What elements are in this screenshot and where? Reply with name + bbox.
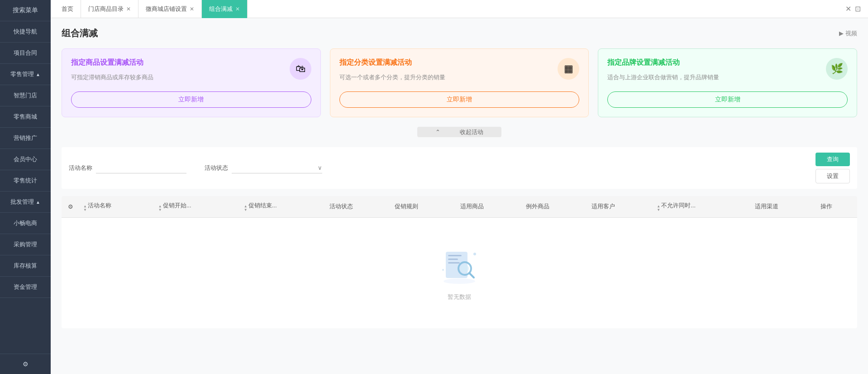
col-actions: 操作 xyxy=(817,196,857,218)
sidebar-item-purchase-mgmt[interactable]: 采购管理 xyxy=(0,234,51,255)
card-desc: 可指定滞销商品或库存较多商品 xyxy=(71,73,311,82)
card-desc: 适合与上游企业联合做营销，提升品牌销量 xyxy=(607,73,848,82)
tab-store-catalog[interactable]: 门店商品目录 ✕ xyxy=(81,0,138,18)
goods-card: 指定商品设置满减活动可指定滞销商品或库存较多商品🛍立即新增 xyxy=(62,48,321,117)
filter-status-label: 活动状态 xyxy=(205,164,228,172)
sidebar-item-project-contract[interactable]: 项目合同 xyxy=(0,43,51,64)
card-add-button[interactable]: 立即新增 xyxy=(71,91,311,108)
col-applicable_goods: 适用商品 xyxy=(457,196,522,218)
sidebar-item-inventory[interactable]: 库存核算 xyxy=(0,255,51,277)
tab-close-icon[interactable]: ✕ xyxy=(126,6,131,12)
tab-home[interactable]: 首页 xyxy=(54,0,81,18)
col-label: 促销开始... xyxy=(163,202,191,209)
sort-icon: ▲▼ xyxy=(83,205,87,212)
window-controls: ✕ ⊡ xyxy=(845,5,864,13)
filter-name-label: 活动名称 xyxy=(69,164,92,172)
sort-icon: ▲▼ xyxy=(244,205,248,212)
tab-label: 首页 xyxy=(62,5,73,13)
sort-icon: ▲▼ xyxy=(657,205,660,212)
col-not_concurrent[interactable]: ▲▼不允许同时... xyxy=(653,196,751,218)
filter-status-select[interactable]: ∨ xyxy=(232,163,322,173)
svg-point-8 xyxy=(473,253,476,255)
data-table: ⚙▲▼活动名称▲▼促销开始...▲▼促销结束...活动状态促销规则适用商品例外商… xyxy=(62,196,857,218)
sidebar-item-xiaochange[interactable]: 小畅电商 xyxy=(0,213,51,234)
sidebar-item-quick-nav[interactable]: 快捷导航 xyxy=(0,21,51,43)
empty-text: 暂无数据 xyxy=(448,293,471,301)
col-name[interactable]: ▲▼活动名称 xyxy=(80,196,155,218)
col-promo_start[interactable]: ▲▼促销开始... xyxy=(155,196,240,218)
category-card: 指定分类设置满减活动可选一个或者多个分类，提升分类的销量▦立即新增 xyxy=(330,48,589,117)
gear-icon: ⚙ xyxy=(23,360,29,368)
empty-illustration xyxy=(437,245,482,286)
col-label: 促销规则 xyxy=(395,203,418,210)
col-label: 例外商品 xyxy=(526,203,549,210)
svg-line-7 xyxy=(469,273,474,278)
sidebar: 搜索菜单 快捷导航项目合同零售管理▲智慧门店零售商城营销推广会员中心零售统计批发… xyxy=(0,0,51,374)
tab-bar: 首页门店商品目录 ✕微商城店铺设置 ✕组合满减 ✕ ✕ ⊡ xyxy=(51,0,868,18)
page-content: 组合满减 ▶ 视频 指定商品设置满减活动可指定滞销商品或库存较多商品🛍立即新增指… xyxy=(51,18,868,374)
card-desc: 可选一个或者多个分类，提升分类的销量 xyxy=(339,73,580,82)
sidebar-item-membership[interactable]: 会员中心 xyxy=(0,149,51,170)
sidebar-item-finance[interactable]: 资金管理 xyxy=(0,277,51,298)
tab-combo-discount[interactable]: 组合满减 ✕ xyxy=(202,0,248,18)
card-title: 指定分类设置满减活动 xyxy=(339,58,580,67)
card-title: 指定商品设置满减活动 xyxy=(71,58,311,67)
filter-row: 活动名称 活动状态 ∨ 查询 设置 xyxy=(62,147,857,189)
card-title: 指定品牌设置满减活动 xyxy=(607,58,848,67)
gear-icon[interactable]: ⚙ xyxy=(68,203,73,210)
svg-point-9 xyxy=(442,269,444,271)
card-add-button[interactable]: 立即新增 xyxy=(339,91,580,108)
tab-label: 门店商品目录 xyxy=(88,5,124,13)
page-title: 组合满减 xyxy=(62,27,98,39)
card-add-button[interactable]: 立即新增 xyxy=(607,91,848,108)
sidebar-settings[interactable]: ⚙ xyxy=(0,354,51,374)
col-label: 促销结束... xyxy=(248,202,277,209)
collapse-label: 收起活动 xyxy=(451,127,492,137)
col-label: 适用商品 xyxy=(460,203,484,210)
sidebar-item-marketing[interactable]: 营销推广 xyxy=(0,128,51,149)
chevron-down-icon: ∨ xyxy=(318,164,322,171)
collapse-bar[interactable]: ⌃ 收起活动 xyxy=(62,125,857,140)
tab-close-icon[interactable]: ✕ xyxy=(190,6,194,12)
sidebar-item-retail-stats[interactable]: 零售统计 xyxy=(0,170,51,192)
tab-label: 微商城店铺设置 xyxy=(146,5,187,13)
tab-ministore-settings[interactable]: 微商城店铺设置 ✕ xyxy=(138,0,202,18)
col-label: 活动名称 xyxy=(88,202,111,209)
sidebar-item-retail-mgmt[interactable]: 零售管理▲ xyxy=(0,64,51,85)
svg-point-6 xyxy=(461,264,469,273)
table-wrapper: ⚙▲▼活动名称▲▼促销开始...▲▼促销结束...活动状态促销规则适用商品例外商… xyxy=(62,196,857,328)
sidebar-item-wholesale-mgmt[interactable]: 批发管理▲ xyxy=(0,192,51,213)
main-area: 首页门店商品目录 ✕微商城店铺设置 ✕组合满减 ✕ ✕ ⊡ 组合满减 ▶ 视频 … xyxy=(51,0,868,374)
video-label: 视频 xyxy=(845,29,857,38)
collapse-arrow: ⌃ xyxy=(426,127,451,137)
video-link[interactable]: ▶ 视频 xyxy=(839,29,857,38)
col-label: 操作 xyxy=(820,203,832,210)
sidebar-item-retail-mall[interactable]: 零售商城 xyxy=(0,106,51,128)
close-icon[interactable]: ✕ xyxy=(845,5,851,13)
page-header: 组合满减 ▶ 视频 xyxy=(62,27,857,39)
play-icon: ▶ xyxy=(839,30,844,37)
sort-icon: ▲▼ xyxy=(158,205,162,212)
query-button[interactable]: 查询 xyxy=(816,153,850,166)
tab-label: 组合满减 xyxy=(209,5,233,13)
col-promo_end[interactable]: ▲▼促销结束... xyxy=(240,196,326,218)
svg-rect-3 xyxy=(448,259,458,260)
card-icon: 🌿 xyxy=(826,58,848,80)
sidebar-item-smart-store[interactable]: 智慧门店 xyxy=(0,85,51,106)
col-gear: ⚙ xyxy=(62,196,80,218)
col-except_goods: 例外商品 xyxy=(522,196,588,218)
col-promo_rule: 促销规则 xyxy=(391,196,457,218)
expand-arrow-icon: ▲ xyxy=(36,72,40,77)
settings-button[interactable]: 设置 xyxy=(816,169,850,183)
svg-point-0 xyxy=(444,278,475,284)
svg-rect-4 xyxy=(448,262,460,264)
expand-arrow-icon: ▲ xyxy=(36,200,40,205)
tab-close-icon[interactable]: ✕ xyxy=(235,6,240,12)
filter-actions: 查询 设置 xyxy=(816,153,850,183)
col-label: 不允许同时... xyxy=(661,202,696,209)
filter-name-input[interactable] xyxy=(96,163,186,173)
card-icon: ▦ xyxy=(558,58,579,80)
maximize-icon[interactable]: ⊡ xyxy=(855,5,861,13)
sidebar-search[interactable]: 搜索菜单 xyxy=(0,0,51,21)
svg-rect-2 xyxy=(448,255,462,256)
